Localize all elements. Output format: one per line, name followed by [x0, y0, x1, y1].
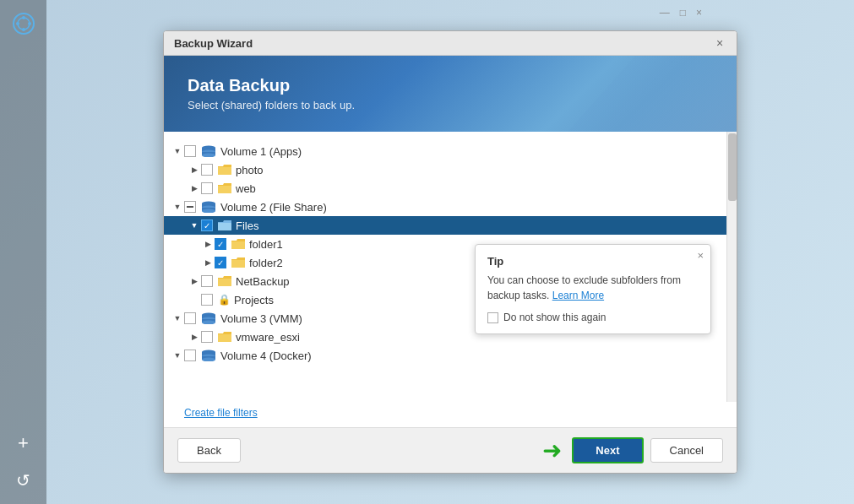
footer-right: ➜ Next Cancel	[542, 436, 723, 464]
tip-title: Tip	[487, 255, 699, 268]
expander-vol3[interactable]: ▼	[171, 312, 184, 325]
backup-wizard-modal: Backup Wizard × Data Backup Select (shar…	[163, 30, 737, 474]
tree-item-vol1[interactable]: ▼ Volume 1 (Apps)	[164, 142, 737, 160]
label-folder2: folder2	[249, 257, 283, 269]
label-files: Files	[236, 219, 258, 232]
tip-body: You can choose to exclude subfolders fro…	[487, 273, 699, 303]
checkbox-vol2[interactable]	[184, 201, 196, 213]
create-filters-link[interactable]: Create file filters	[164, 402, 737, 427]
folder-icon-folder2	[231, 257, 245, 268]
checkbox-photo[interactable]	[201, 164, 213, 176]
expander-vol1[interactable]: ▼	[171, 144, 184, 158]
checkbox-files[interactable]: ✓	[201, 219, 213, 231]
tree-item-vol4[interactable]: ▼ Volume 4 (Docker)	[164, 346, 737, 365]
label-folder1: folder1	[249, 238, 283, 251]
folder-icon-web	[218, 182, 231, 194]
checkbox-vol1[interactable]	[184, 145, 196, 157]
tip-popup: × Tip You can choose to exclude subfolde…	[475, 244, 711, 334]
taskbar-bottom: + ↺	[0, 428, 46, 496]
expander-netbackup[interactable]: ▶	[188, 274, 201, 288]
volume-icon-vol3	[201, 312, 216, 324]
next-arrow-indicator: ➜	[542, 436, 562, 464]
svg-point-1	[18, 18, 30, 30]
label-web: web	[236, 182, 256, 195]
next-button[interactable]: Next	[572, 437, 643, 463]
checkbox-netbackup[interactable]	[201, 275, 213, 287]
tip-close-button[interactable]: ×	[697, 250, 704, 261]
scrollbar[interactable]	[726, 132, 737, 402]
modal-footer: Back ➜ Next Cancel	[164, 427, 737, 473]
page-subtitle: Select (shared) folders to back up.	[188, 99, 713, 111]
label-vol2: Volume 2 (File Share)	[220, 201, 327, 214]
taskbar: + ↺	[0, 0, 46, 504]
modal-titlebar: Backup Wizard ×	[164, 31, 737, 56]
volume-icon-vol2	[201, 201, 216, 213]
app-logo-icon	[8, 8, 39, 39]
label-vol1: Volume 1 (Apps)	[220, 145, 302, 158]
label-vol4: Volume 4 (Docker)	[220, 350, 312, 362]
tree-item-vol2[interactable]: ▼ Volume 2 (File Share)	[164, 198, 737, 216]
checkbox-vol3[interactable]	[184, 312, 196, 324]
modal-overlay: Backup Wizard × Data Backup Select (shar…	[46, 0, 854, 504]
modal-content: ▼ Volume 1 (Apps) ▶	[164, 132, 737, 427]
tip-do-not-show-checkbox[interactable]	[487, 312, 498, 323]
expander-files[interactable]: ▼	[188, 219, 201, 232]
checkbox-folder1[interactable]: ✓	[215, 238, 226, 250]
label-photo: photo	[236, 164, 264, 176]
expander-vmware[interactable]: ▶	[188, 330, 201, 344]
tip-footer: Do not show this again	[487, 312, 699, 323]
folder-icon-folder1	[231, 238, 245, 250]
checkbox-vmware[interactable]	[201, 331, 213, 343]
back-button[interactable]: Back	[177, 438, 241, 463]
tree-item-photo[interactable]: ▶ photo	[164, 160, 737, 179]
scrollbar-thumb[interactable]	[728, 133, 737, 201]
cancel-button[interactable]: Cancel	[650, 438, 723, 463]
volume-icon-vol4	[201, 350, 216, 361]
lock-icon-projects: 🔒	[218, 294, 231, 306]
volume-icon-vol1	[201, 145, 216, 157]
add-button[interactable]: +	[8, 428, 39, 458]
tip-checkbox-label: Do not show this again	[503, 312, 606, 323]
checkbox-folder2[interactable]: ✓	[215, 257, 226, 268]
expander-folder1[interactable]: ▶	[201, 237, 215, 251]
svg-point-2	[22, 16, 25, 19]
page-title: Data Backup	[188, 76, 713, 95]
expander-vol4[interactable]: ▼	[171, 349, 184, 362]
expander-vol2[interactable]: ▼	[171, 200, 184, 214]
modal-close-button[interactable]: ×	[713, 36, 726, 50]
modal-title: Backup Wizard	[174, 37, 253, 50]
folder-icon-netbackup	[218, 275, 231, 287]
expander-folder2[interactable]: ▶	[201, 256, 215, 269]
tree-item-web[interactable]: ▶ web	[164, 179, 737, 198]
learn-more-link[interactable]: Learn More	[552, 290, 604, 301]
folder-icon-photo	[218, 164, 231, 176]
checkbox-projects[interactable]	[201, 294, 213, 306]
folder-icon-vmware	[218, 331, 231, 343]
svg-point-5	[28, 22, 31, 25]
label-vmware: vmware_esxi	[236, 331, 300, 344]
label-projects: Projects	[234, 294, 274, 306]
svg-point-3	[22, 28, 25, 31]
checkbox-vol4[interactable]	[184, 350, 196, 361]
checkbox-web[interactable]	[201, 182, 213, 194]
expander-web[interactable]: ▶	[188, 182, 201, 195]
restore-button[interactable]: ↺	[8, 465, 39, 496]
label-vol3: Volume 3 (VMM)	[220, 312, 302, 325]
folder-icon-files	[218, 219, 231, 231]
desktop: + ↺ — □ × Backup Wizard × Data Backup Se…	[0, 0, 854, 504]
tree-item-files[interactable]: ▼ ✓ Files	[164, 216, 737, 235]
label-netbackup: NetBackup	[236, 275, 290, 288]
svg-point-4	[16, 22, 19, 25]
modal-header: Data Backup Select (shared) folders to b…	[164, 56, 737, 132]
expander-photo[interactable]: ▶	[188, 163, 201, 176]
